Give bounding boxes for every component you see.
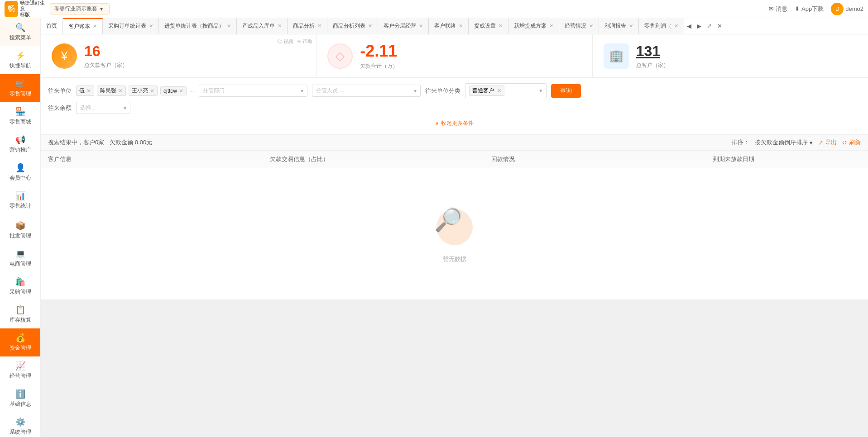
sidebar-item-retail-mgmt[interactable]: 🛒 零售管理	[0, 74, 40, 102]
dept-select[interactable]: 分管部门 ▾	[199, 85, 307, 97]
tab-production-inbound[interactable]: 产成品入库单 ✕	[237, 18, 288, 34]
tab-product-analysis[interactable]: 商品分析 ✕	[288, 18, 327, 34]
filter-unit-label: 往来单位	[48, 87, 72, 95]
app-download-button[interactable]: ⬇ App下载	[795, 5, 824, 13]
logo-area: 畅 畅捷通好生意 标版	[5, 0, 45, 18]
purchase-icon: 🛍️	[15, 277, 25, 287]
stat-info-debt: -2.11 欠款合计（万）	[360, 42, 398, 70]
tab-close-icon[interactable]: ✕	[589, 23, 593, 29]
unit-category-select[interactable]: 普通客户 ✕ ▾	[465, 83, 547, 98]
refresh-button[interactable]: ↺ 刷新	[842, 138, 861, 147]
balance-label: 往来余额	[48, 104, 72, 112]
tag-remove-chen[interactable]: ✕	[118, 88, 123, 94]
tab-inbound-stats[interactable]: 进货单统计表（按商品） ✕	[159, 18, 237, 34]
workspace-selector[interactable]: 母婴行业演示账套 ▾	[50, 3, 110, 14]
sidebar-item-system[interactable]: ⚙️ 系统管理	[0, 413, 40, 437]
collapse-up-icon: ∧	[435, 120, 439, 127]
query-button[interactable]: 查询	[551, 84, 581, 98]
sidebar-item-retail-mall[interactable]: 🏪 零售商城	[0, 102, 40, 130]
stat-number-customers: 16	[84, 43, 128, 60]
sidebar-item-operations[interactable]: 📈 经营管理	[0, 356, 40, 385]
sidebar-item-retail-stats[interactable]: 📊 零售统计	[0, 186, 40, 214]
tag-remove-cjttcw[interactable]: ✕	[179, 88, 183, 94]
person-select[interactable]: 分管人员 ··· ▾	[312, 85, 421, 97]
tag-remove-wang[interactable]: ✕	[150, 88, 154, 94]
tab-nav-prev[interactable]: ◀	[684, 18, 694, 34]
stat-label-debt: 欠款合计（万）	[360, 62, 398, 70]
stat-card-debt: ◇ -2.11 欠款合计（万）	[317, 34, 592, 77]
empty-state: 🔎 暂无数据	[41, 168, 868, 299]
tab-customer-ledger[interactable]: 客户账本 ✕	[63, 18, 103, 34]
sidebar-item-wholesale-mgmt[interactable]: 📦 批发管理	[0, 216, 40, 244]
tab-profit-report[interactable]: 利润报告 ✕	[599, 18, 639, 34]
tab-home[interactable]: 首页	[41, 18, 63, 34]
tab-customer-segment[interactable]: 客户分层经营 ✕	[378, 18, 429, 34]
app-wrapper: 畅 畅捷通好生意 标版 母婴行业演示账套 ▾ ✉ 消息 ⬇ App下载 D de…	[0, 0, 868, 437]
empty-icon: 🔎	[432, 204, 477, 250]
tab-close-icon[interactable]: ✕	[419, 23, 423, 29]
tab-maximize[interactable]: ⤢	[704, 18, 715, 34]
tab-purchase-order-stats[interactable]: 采购订单统计表 ✕	[103, 18, 159, 34]
filter-tag-wu: 伍 ✕	[76, 86, 94, 96]
system-icon: ⚙️	[15, 417, 25, 427]
category-tag-remove[interactable]: ✕	[497, 88, 501, 94]
data-table: 客户信息 欠款交易信息（占比） 回款情况 到期未放款日期 🔎 暂无数据	[41, 151, 868, 299]
stat-info-customers: 16 总欠款客户（家）	[84, 43, 128, 69]
tab-promotion-settings[interactable]: 提成设置 ✕	[469, 18, 508, 34]
dept-select-arrow: ▾	[301, 88, 303, 94]
tab-close-icon[interactable]: ✕	[317, 23, 321, 29]
col-header-debt: 欠款交易信息（占比）	[270, 155, 492, 163]
stat-help-area: ◎ 视频 ⊙ 帮助	[277, 38, 312, 45]
tab-product-analysis-list[interactable]: 商品分析列表 ✕	[327, 18, 378, 34]
tab-retail-profit[interactable]: 零售利润（ ✕	[639, 18, 684, 34]
help-btn[interactable]: ⊙ 帮助	[297, 38, 312, 45]
stats-row: ¥ 16 总欠款客户（家） ◎ 视频 ⊙ 帮助 ◇ -2.11	[41, 34, 868, 78]
user-profile[interactable]: D demo2	[831, 3, 863, 15]
sidebar-item-finance[interactable]: 💰 资金管理	[0, 328, 40, 356]
stat-label-total-customers: 总客户（家）	[636, 62, 669, 69]
col-header-repay: 回款情况	[491, 155, 713, 163]
tab-close-icon[interactable]: ✕	[499, 23, 503, 29]
tag-remove-wu[interactable]: ✕	[86, 88, 91, 94]
stat-number-debt: -2.11	[360, 42, 398, 61]
export-button[interactable]: ↗ 导出	[818, 138, 837, 147]
filter-more-btn[interactable]: ···	[189, 87, 194, 94]
tab-close-icon[interactable]: ✕	[227, 23, 231, 29]
tab-nav-next[interactable]: ▶	[694, 18, 704, 34]
sidebar-item-marketing[interactable]: 📢 营销推广	[0, 130, 40, 158]
tab-close-icon[interactable]: ✕	[549, 23, 553, 29]
sort-select[interactable]: 按欠款金额倒序排序 ▾	[755, 138, 813, 147]
tab-operations[interactable]: 经营情况 ✕	[559, 18, 599, 34]
result-bar: 搜索结果中，客户0家 欠款金额 0.00元 排序： 按欠款金额倒序排序 ▾ ↗ …	[41, 135, 868, 151]
logo-text: 畅捷通好生意 标版	[20, 0, 45, 18]
balance-select[interactable]: 选择... ▾	[76, 102, 130, 114]
member-center-icon: 👤	[15, 163, 25, 173]
sidebar-item-inventory[interactable]: 📋 库存核算	[0, 300, 40, 328]
col-header-customer: 客户信息	[48, 155, 270, 163]
tab-close-icon[interactable]: ✕	[459, 23, 463, 29]
tab-close-icon[interactable]: ✕	[278, 23, 282, 29]
tab-close-all[interactable]: ✕	[715, 18, 725, 34]
sidebar-item-basic-info[interactable]: ℹ️ 基础信息	[0, 385, 40, 413]
sidebar-item-member-center[interactable]: 👤 会员中心	[0, 158, 40, 186]
collapse-area: ∧ 收起更多条件	[48, 118, 861, 129]
tab-close-icon[interactable]: ✕	[368, 23, 372, 29]
collapse-button[interactable]: ∧ 收起更多条件	[48, 119, 861, 127]
filter-tag-chen: 陈民强 ✕	[97, 86, 126, 96]
messages-button[interactable]: ✉ 消息	[769, 5, 787, 13]
content-area: 首页 客户账本 ✕ 采购订单统计表 ✕ 进货单统计表（按商品） ✕ 产成品入库单…	[41, 18, 868, 437]
stat-info-total-customers: 131 总客户（家）	[636, 43, 669, 69]
tab-close-icon[interactable]: ✕	[674, 23, 678, 29]
sidebar-item-purchase[interactable]: 🛍️ 采购管理	[0, 272, 40, 300]
tab-bar: 首页 客户账本 ✕ 采购订单统计表 ✕ 进货单统计表（按商品） ✕ 产成品入库单…	[41, 18, 868, 34]
tab-close-icon[interactable]: ✕	[629, 23, 633, 29]
main-area: 🔍 搜索菜单 ⚡ 快捷导航 🛒 零售管理 🏪 零售商城 📢 营销推广 👤	[0, 18, 868, 437]
tab-customer-contact[interactable]: 客户联络 ✕	[429, 18, 469, 34]
sidebar-item-search-menu[interactable]: 🔍 搜索菜单	[0, 18, 40, 46]
tab-close-icon[interactable]: ✕	[149, 23, 153, 29]
tab-new-promotion-scheme[interactable]: 新增提成方案 ✕	[508, 18, 559, 34]
tab-close-icon[interactable]: ✕	[93, 24, 97, 29]
video-help-btn[interactable]: ◎ 视频	[277, 38, 293, 45]
sidebar-item-ecommerce[interactable]: 💻 电商管理	[0, 244, 40, 272]
sidebar-item-quick-nav[interactable]: ⚡ 快捷导航	[0, 46, 40, 74]
